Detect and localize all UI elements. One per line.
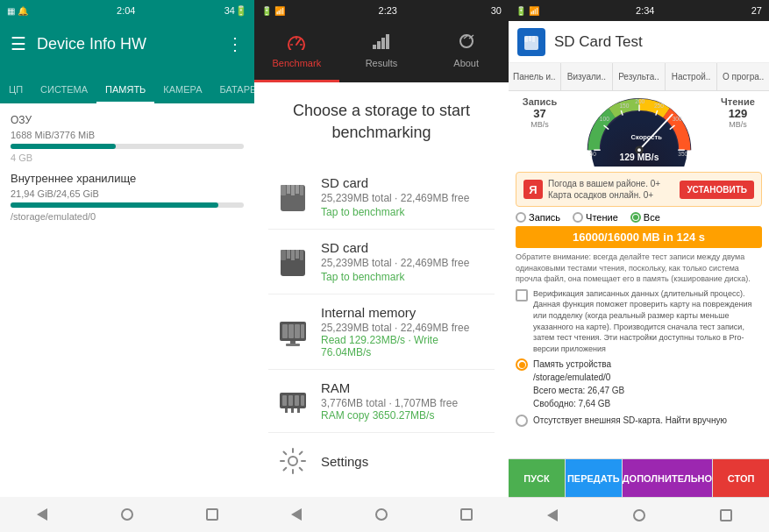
statusbar-2-time: 2:23 [379, 5, 397, 16]
statusbar-3: 🔋 📶 2:34 27 [509, 0, 769, 21]
internal-memory-info: Internal memory 25,239MB total · 22,469M… [321, 305, 486, 358]
nav-home-btn[interactable] [114, 506, 140, 523]
subtab-about[interactable]: О програ.. [717, 63, 769, 90]
subtab-visual[interactable]: Визуали.. [561, 63, 614, 90]
tab-benchmark[interactable]: Benchmark [254, 21, 339, 82]
nav-back-btn[interactable] [29, 506, 55, 523]
radio-read[interactable]: Чтение [573, 212, 618, 223]
tab-about[interactable]: About [424, 21, 509, 82]
internal-memory-icon [277, 316, 309, 348]
start-button[interactable]: ПУСК [509, 459, 566, 497]
stop-button[interactable]: СТОП [713, 459, 769, 497]
ad-text: Погода в вашем районе. 0+ Карта осадков … [548, 178, 680, 201]
nav-home-btn-3[interactable] [626, 507, 652, 524]
tab-cpu[interactable]: ЦП [0, 77, 32, 103]
hamburger-icon[interactable]: ☰ [11, 33, 26, 54]
nav-recents-btn[interactable] [199, 506, 225, 523]
read-gauge: Чтение 129 MB/s [714, 96, 762, 129]
subtab-bar: Панель и.. Визуали.. Результа.. Настрой.… [509, 63, 769, 91]
svg-rect-18 [281, 250, 286, 260]
benchmark-header: Choose a storage to start benchmarking [268, 100, 495, 144]
verify-checkbox[interactable] [516, 289, 528, 301]
sdcard-content: Запись 37 MB/s [509, 91, 769, 458]
subtab-results[interactable]: Результа.. [613, 63, 666, 90]
internal-progress-bar [11, 202, 244, 208]
nav-recents-btn-3[interactable] [713, 507, 739, 524]
svg-text:350: 350 [678, 151, 687, 157]
checkbox-label: Верификация записанных данных (длительны… [533, 288, 762, 355]
bottom-nav-3 [509, 497, 769, 532]
svg-text:100: 100 [599, 116, 609, 122]
svg-rect-35 [285, 408, 288, 413]
memory-option-1[interactable]: Память устройства /storage/emulated/0 Вс… [516, 358, 762, 410]
statusbar-1: ▦ 🔔 2:04 34🔋 [0, 0, 254, 21]
send-button[interactable]: ПЕРЕДАТЬ [566, 459, 623, 497]
toolbar-3: SD Card Test [509, 21, 769, 63]
ram-speed: RAM copy 3650.27MB/s [321, 409, 486, 422]
memory-option-2[interactable]: Отсутствует внешняя SD-карта. Найти вруч… [516, 414, 762, 427]
svg-rect-12 [281, 185, 286, 195]
memory-radio-2 [516, 415, 528, 427]
about-tab-icon [456, 32, 477, 54]
sdcard-item-1[interactable]: SD card 25,239MB total · 22,469MB free T… [268, 165, 495, 230]
svg-rect-13 [287, 185, 290, 194]
svg-point-38 [288, 457, 297, 465]
sdcard-icon-1 [277, 181, 309, 213]
ram-total-label: 4 GB [11, 153, 244, 163]
tab-bar-2: Benchmark Results About [254, 21, 509, 82]
internal-memory-item[interactable]: Internal memory 25,239MB total · 22,469M… [268, 294, 495, 370]
radio-row: Запись Чтение Все [516, 212, 762, 223]
bottom-nav-1 [0, 497, 254, 532]
subtab-panel[interactable]: Панель и.. [509, 63, 561, 90]
tab-results[interactable]: Results [339, 21, 424, 82]
tab-battery[interactable]: БАТАРЕ [211, 77, 254, 103]
svg-rect-42 [532, 36, 535, 42]
write-label: Запись [523, 96, 557, 107]
radio-all[interactable]: Все [630, 212, 660, 223]
svg-point-61 [637, 148, 641, 152]
svg-rect-32 [288, 395, 293, 406]
svg-rect-5 [377, 41, 381, 49]
ram-item[interactable]: RAM 3,776MB total · 1,707MB free RAM cop… [268, 370, 495, 433]
ram-used-label: 1688 MiB/3776 MiB [11, 130, 244, 140]
svg-rect-29 [286, 344, 300, 346]
svg-rect-19 [287, 250, 290, 259]
svg-rect-4 [373, 45, 376, 49]
checkbox-row: Верификация записанных данных (длительны… [516, 288, 762, 355]
tab-bar-1: ЦП СИСТЕМА ПАМЯТЬ КАМЕРА БАТАРЕ [0, 67, 254, 103]
nav-back-btn-2[interactable] [283, 506, 310, 523]
more-options-icon[interactable]: ⋮ [226, 33, 244, 54]
nav-recents-btn-2[interactable] [453, 506, 480, 523]
progress-info-bar: 16000/16000 MB in 124 s [516, 226, 762, 248]
extra-button[interactable]: ДОПОЛНИТЕЛЬНО [623, 459, 713, 497]
ad-install-button[interactable]: УСТАНОВИТЬ [680, 181, 754, 199]
sdcard-info-1: SD card 25,239MB total · 22,469MB free T… [321, 175, 486, 218]
memory-text-1: Память устройства /storage/emulated/0 Вс… [533, 358, 624, 410]
nav-home-btn-2[interactable] [368, 506, 395, 523]
action-buttons: ПУСК ПЕРЕДАТЬ ДОПОЛНИТЕЛЬНО СТОП [509, 458, 769, 497]
radio-read-dot [573, 212, 583, 223]
speedometer: 50 100 150 200 250 300 350 Скорость [582, 96, 696, 167]
gauge-row: Запись 37 MB/s [516, 96, 762, 167]
subtab-settings[interactable]: Настрой.. [666, 63, 718, 90]
tab-system[interactable]: СИСТЕМА [32, 77, 96, 103]
nav-back-btn-3[interactable] [539, 507, 566, 524]
svg-rect-7 [386, 34, 389, 49]
settings-item[interactable]: Settings [268, 433, 495, 489]
bottom-nav-2 [254, 497, 509, 532]
svg-rect-41 [529, 36, 531, 41]
svg-text:250: 250 [653, 103, 663, 109]
toolbar-1: ☰ Device Info HW ⋮ [0, 21, 254, 67]
tab-memory[interactable]: ПАМЯТЬ [96, 77, 154, 103]
statusbar-3-time: 2:34 [636, 5, 654, 16]
internal-progress-fill [11, 202, 218, 208]
svg-text:200: 200 [635, 98, 644, 104]
svg-rect-25 [288, 324, 294, 338]
sdcard-icon-2 [277, 246, 309, 278]
statusbar-3-battery: 27 [751, 5, 762, 16]
sdcard-action-2: Tap to benchmark [321, 271, 486, 283]
sdcard-item-2[interactable]: SD card 25,239MB total · 22,469MB free T… [268, 230, 495, 294]
radio-write[interactable]: Запись [516, 212, 560, 223]
write-unit: MB/s [530, 120, 549, 129]
tab-camera[interactable]: КАМЕРА [154, 77, 210, 103]
